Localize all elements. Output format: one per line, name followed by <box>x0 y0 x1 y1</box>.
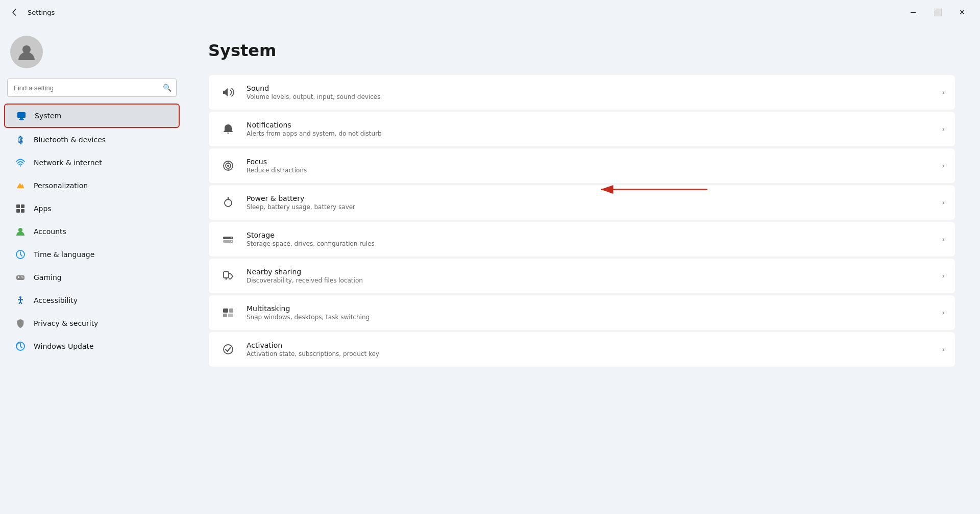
svg-point-16 <box>21 276 22 277</box>
activation-chevron: › <box>942 345 945 353</box>
storage-text: Storage Storage space, drives, configura… <box>247 231 933 247</box>
sound-text: Sound Volume levels, output, input, soun… <box>247 84 933 100</box>
back-button[interactable] <box>6 4 22 20</box>
sidebar-item-personalization[interactable]: Personalization <box>4 174 180 197</box>
multitasking-chevron: › <box>942 309 945 317</box>
svg-point-6 <box>20 165 21 166</box>
update-icon <box>14 340 27 352</box>
sidebar-item-accounts[interactable]: Accounts <box>4 220 180 243</box>
accounts-icon <box>14 225 27 238</box>
sidebar-item-label-network: Network & internet <box>34 159 102 167</box>
settings-item-sound[interactable]: Sound Volume levels, output, input, soun… <box>208 74 955 110</box>
svg-rect-36 <box>223 309 228 313</box>
sidebar-item-time[interactable]: Time & language <box>4 243 180 266</box>
focus-chevron: › <box>942 162 945 170</box>
sidebar-item-label-accounts: Accounts <box>34 227 66 236</box>
settings-item-power[interactable]: Power & battery Sleep, battery usage, ba… <box>208 185 955 220</box>
sound-icon <box>219 83 237 101</box>
notifications-chevron: › <box>942 125 945 133</box>
sidebar-item-accessibility[interactable]: Accessibility <box>4 289 180 312</box>
window-controls: ─ ⬜ ✕ <box>901 4 974 20</box>
settings-item-activation[interactable]: Activation Activation state, subscriptio… <box>208 331 955 367</box>
sidebar-item-bluetooth[interactable]: Bluetooth & devices <box>4 128 180 151</box>
focus-title: Focus <box>247 158 933 166</box>
gaming-icon <box>14 271 27 284</box>
svg-point-33 <box>231 241 232 242</box>
sidebar-item-apps[interactable]: Apps <box>4 197 180 220</box>
sidebar-item-label-update: Windows Update <box>34 342 94 350</box>
svg-point-29 <box>225 199 232 207</box>
notifications-title: Notifications <box>247 121 933 129</box>
sound-chevron: › <box>942 88 945 96</box>
settings-list-wrapper: Sound Volume levels, output, input, soun… <box>208 74 955 367</box>
storage-desc: Storage space, drives, configuration rul… <box>247 240 933 247</box>
personalization-icon <box>14 179 27 192</box>
page-title: System <box>208 41 955 60</box>
svg-point-18 <box>19 296 21 298</box>
profile-section <box>0 30 184 79</box>
close-button[interactable]: ✕ <box>950 4 974 20</box>
focus-icon <box>219 157 237 175</box>
sidebar-item-privacy[interactable]: Privacy & security <box>4 312 180 335</box>
sidebar: 🔍 System <box>0 24 184 514</box>
storage-icon <box>219 230 237 248</box>
sidebar-item-update[interactable]: Windows Update <box>4 335 180 357</box>
settings-item-focus[interactable]: Focus Reduce distractions › <box>208 148 955 184</box>
settings-item-multitasking[interactable]: Multitasking Snap windows, desktops, tas… <box>208 295 955 330</box>
svg-line-22 <box>20 302 22 304</box>
power-title: Power & battery <box>247 194 933 202</box>
focus-desc: Reduce distractions <box>247 167 933 174</box>
activation-desc: Activation state, subscriptions, product… <box>247 350 933 357</box>
svg-point-11 <box>18 228 22 232</box>
settings-item-notifications[interactable]: Notifications Alerts from apps and syste… <box>208 111 955 147</box>
multitasking-text: Multitasking Snap windows, desktops, tas… <box>247 304 933 321</box>
settings-item-storage[interactable]: Storage Storage space, drives, configura… <box>208 221 955 257</box>
sound-desc: Volume levels, output, input, sound devi… <box>247 93 933 100</box>
notifications-desc: Alerts from apps and system, do not dist… <box>247 130 933 137</box>
sidebar-item-system[interactable]: System <box>4 104 180 128</box>
activation-text: Activation Activation state, subscriptio… <box>247 341 933 357</box>
maximize-button[interactable]: ⬜ <box>926 4 949 20</box>
svg-rect-34 <box>224 272 229 278</box>
search-container: 🔍 <box>7 79 177 97</box>
bluetooth-icon <box>14 134 27 146</box>
notifications-icon <box>219 120 237 138</box>
settings-item-nearby[interactable]: Nearby sharing Discoverability, received… <box>208 258 955 294</box>
svg-rect-3 <box>19 119 24 120</box>
power-text: Power & battery Sleep, battery usage, ba… <box>247 194 933 211</box>
sidebar-item-gaming[interactable]: Gaming <box>4 266 180 289</box>
nearby-icon <box>219 267 237 285</box>
multitasking-desc: Snap windows, desktops, task switching <box>247 314 933 321</box>
activation-title: Activation <box>247 341 933 349</box>
sidebar-nav: System Bluetooth & devices <box>0 101 184 514</box>
sidebar-item-label-personalization: Personalization <box>34 182 88 190</box>
svg-rect-7 <box>16 204 20 208</box>
minimize-button[interactable]: ─ <box>901 4 925 20</box>
sidebar-item-network[interactable]: Network & internet <box>4 151 180 174</box>
sidebar-item-label-system: System <box>35 112 61 120</box>
sidebar-item-label-apps: Apps <box>34 204 52 213</box>
app-title: Settings <box>28 9 55 16</box>
nearby-desc: Discoverability, received files location <box>247 277 933 284</box>
svg-point-26 <box>227 165 229 167</box>
svg-rect-1 <box>17 112 26 118</box>
nearby-chevron: › <box>942 272 945 280</box>
avatar <box>10 36 43 68</box>
content-area: System Sound Volume levels, output, inpu <box>184 24 980 514</box>
sidebar-item-label-gaming: Gaming <box>34 273 62 281</box>
svg-rect-9 <box>16 209 20 213</box>
titlebar: Settings ─ ⬜ ✕ <box>0 0 980 24</box>
sidebar-item-label-time: Time & language <box>34 250 94 259</box>
focus-text: Focus Reduce distractions <box>247 158 933 174</box>
sidebar-item-label-accessibility: Accessibility <box>34 296 78 304</box>
nearby-title: Nearby sharing <box>247 268 933 276</box>
svg-rect-38 <box>223 314 227 317</box>
svg-point-40 <box>224 345 233 354</box>
notifications-text: Notifications Alerts from apps and syste… <box>247 121 933 137</box>
search-input[interactable] <box>7 79 177 97</box>
sound-title: Sound <box>247 84 933 92</box>
power-chevron: › <box>942 198 945 207</box>
sidebar-item-label-privacy: Privacy & security <box>34 319 98 327</box>
multitasking-icon <box>219 303 237 322</box>
network-icon <box>14 157 27 169</box>
